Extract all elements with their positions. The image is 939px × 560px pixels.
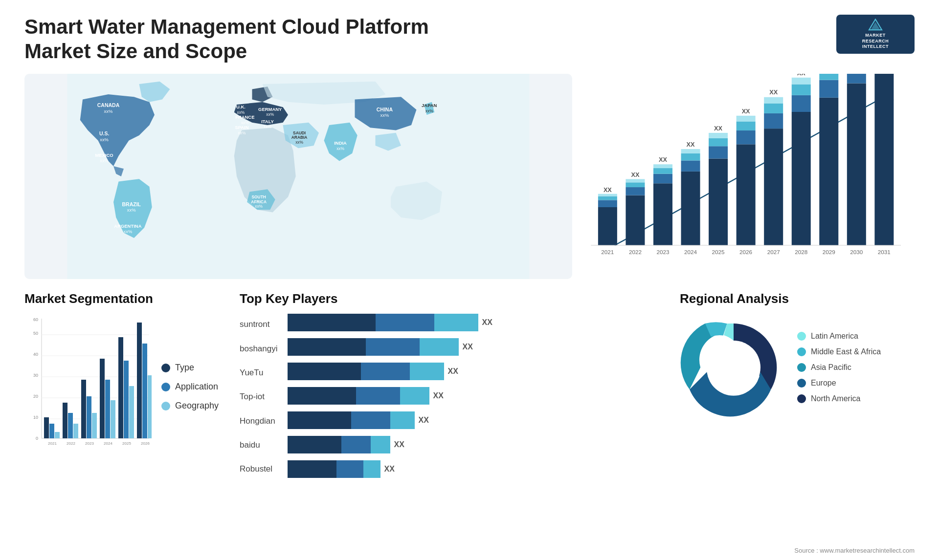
source-text: Source : www.marketresearchintellect.com bbox=[794, 547, 915, 554]
svg-rect-127 bbox=[87, 396, 91, 438]
svg-text:FRANCE: FRANCE bbox=[235, 114, 254, 120]
svg-rect-64 bbox=[737, 121, 756, 130]
svg-rect-78 bbox=[819, 80, 838, 97]
player-label-1: XX bbox=[463, 343, 473, 351]
player-name-5: baidu bbox=[240, 440, 278, 450]
svg-rect-72 bbox=[792, 112, 811, 245]
bar-chart-container: XX XX XX XX bbox=[582, 74, 915, 279]
player-label-5: XX bbox=[394, 440, 404, 449]
svg-rect-68 bbox=[764, 113, 783, 129]
svg-rect-74 bbox=[792, 84, 811, 95]
players-list: suntront boshangyi YueTu Top-iot Hongdia… bbox=[240, 314, 670, 478]
player-name-2: YueTu bbox=[240, 368, 278, 378]
svg-text:20: 20 bbox=[33, 394, 38, 399]
svg-text:CHINA: CHINA bbox=[377, 106, 393, 112]
svg-text:2026: 2026 bbox=[739, 248, 752, 255]
legend-item-geography: Geography bbox=[161, 401, 219, 411]
svg-text:XX: XX bbox=[604, 187, 612, 194]
svg-text:2029: 2029 bbox=[823, 248, 835, 255]
page-container: Smart Water Management Cloud Platform Ma… bbox=[0, 0, 939, 560]
reg-label-mea: Middle East & Africa bbox=[811, 347, 881, 356]
svg-text:2021: 2021 bbox=[48, 441, 57, 446]
player-label-6: XX bbox=[384, 465, 395, 474]
header: Smart Water Management Cloud Platform Ma… bbox=[24, 15, 915, 64]
svg-rect-128 bbox=[92, 413, 97, 438]
svg-rect-37 bbox=[598, 207, 617, 245]
svg-text:XX: XX bbox=[742, 108, 750, 115]
svg-rect-123 bbox=[68, 413, 73, 438]
reg-label-apac: Asia Pacific bbox=[811, 363, 851, 372]
reg-label-namerica: North America bbox=[811, 394, 860, 403]
svg-text:30: 30 bbox=[33, 373, 38, 378]
svg-rect-73 bbox=[792, 95, 811, 112]
reg-dot-europe bbox=[797, 379, 806, 388]
player-bar-6 bbox=[288, 460, 380, 478]
key-players-title: Top Key Players bbox=[240, 291, 670, 306]
svg-rect-48 bbox=[653, 174, 672, 184]
svg-rect-134 bbox=[118, 337, 123, 438]
reg-dot-mea bbox=[797, 347, 806, 356]
svg-text:INDIA: INDIA bbox=[334, 140, 347, 146]
svg-rect-139 bbox=[142, 344, 147, 438]
svg-text:xx%: xx% bbox=[127, 207, 136, 213]
svg-text:xx%: xx% bbox=[295, 140, 303, 145]
svg-text:40: 40 bbox=[33, 352, 38, 357]
svg-text:xx%: xx% bbox=[380, 112, 389, 118]
logo-box: MARKETRESEARCHINTELLECT bbox=[836, 15, 915, 54]
svg-text:50: 50 bbox=[33, 331, 38, 336]
svg-text:xx%: xx% bbox=[238, 130, 246, 135]
svg-rect-130 bbox=[100, 359, 105, 438]
svg-rect-57 bbox=[709, 158, 728, 245]
svg-text:2023: 2023 bbox=[656, 248, 669, 255]
player-name-4: Hongdian bbox=[240, 416, 278, 426]
svg-text:XX: XX bbox=[797, 74, 805, 77]
svg-rect-67 bbox=[764, 129, 783, 245]
svg-rect-126 bbox=[81, 380, 86, 438]
legend-dot-type bbox=[161, 364, 170, 372]
svg-rect-40 bbox=[598, 194, 617, 196]
regional-legend: Latin America Middle East & Africa Asia … bbox=[797, 332, 881, 403]
svg-point-142 bbox=[707, 341, 760, 394]
reg-dot-apac bbox=[797, 363, 806, 372]
reg-legend-apac: Asia Pacific bbox=[797, 363, 881, 372]
legend-label-geography: Geography bbox=[175, 401, 219, 411]
svg-rect-54 bbox=[681, 153, 700, 161]
svg-text:xx%: xx% bbox=[264, 124, 271, 129]
segmentation-section: Market Segmentation 0 10 20 30 40 50 60 bbox=[24, 291, 230, 526]
svg-text:xx%: xx% bbox=[237, 110, 245, 115]
svg-text:JAPAN: JAPAN bbox=[422, 103, 437, 108]
svg-text:U.S.: U.S. bbox=[99, 130, 110, 136]
svg-text:XX: XX bbox=[687, 141, 695, 148]
svg-text:2024: 2024 bbox=[104, 441, 112, 446]
world-map-svg: CANADA xx% U.S. xx% MEXICO xx% BRAZIL xx… bbox=[24, 74, 572, 279]
reg-legend-europe: Europe bbox=[797, 379, 881, 388]
regional-title: Regional Analysis bbox=[680, 291, 915, 306]
reg-dot-namerica bbox=[797, 394, 806, 403]
reg-dot-latin bbox=[797, 332, 806, 341]
svg-rect-69 bbox=[764, 103, 783, 113]
svg-text:2022: 2022 bbox=[629, 248, 642, 255]
bottom-section: Market Segmentation 0 10 20 30 40 50 60 bbox=[24, 291, 915, 526]
svg-text:xx%: xx% bbox=[336, 146, 344, 151]
svg-rect-87 bbox=[874, 74, 894, 245]
svg-rect-58 bbox=[709, 146, 728, 158]
svg-text:xx%: xx% bbox=[100, 136, 109, 142]
logo-text: MARKETRESEARCHINTELLECT bbox=[862, 33, 889, 50]
svg-rect-83 bbox=[847, 74, 866, 84]
player-label-0: XX bbox=[482, 318, 492, 327]
svg-rect-120 bbox=[55, 432, 60, 438]
seg-legend: Type Application Geography bbox=[161, 363, 219, 411]
svg-rect-59 bbox=[709, 138, 728, 146]
player-bar-row-1: XX bbox=[288, 338, 670, 356]
player-bar-1 bbox=[288, 338, 459, 356]
reg-legend-namerica: North America bbox=[797, 394, 881, 403]
player-label-2: XX bbox=[448, 367, 458, 376]
svg-text:XX: XX bbox=[714, 125, 722, 132]
svg-text:10: 10 bbox=[33, 415, 38, 420]
seg-chart-area: 0 10 20 30 40 50 60 bbox=[24, 314, 230, 460]
player-name-0: suntront bbox=[240, 320, 278, 329]
svg-text:ITALY: ITALY bbox=[261, 119, 274, 124]
player-bar-row-6: XX bbox=[288, 460, 670, 478]
player-bar-row-5: XX bbox=[288, 436, 670, 453]
svg-text:xx%: xx% bbox=[425, 108, 433, 113]
